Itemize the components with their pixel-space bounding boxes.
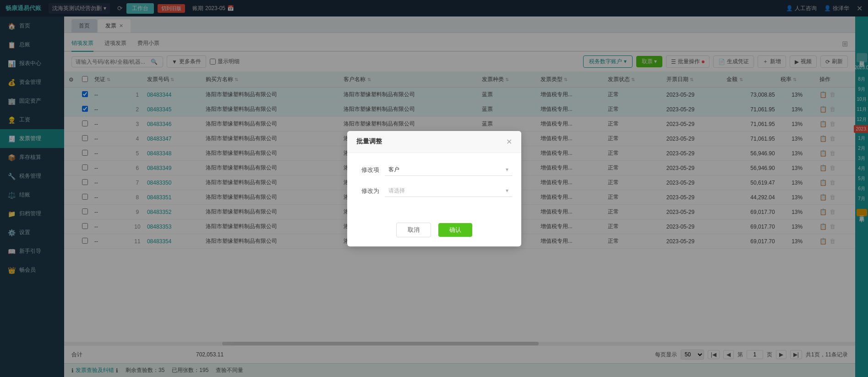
change-dropdown-arrow-icon: ▾ — [506, 187, 508, 194]
modal-footer: 取消 确认 — [347, 217, 521, 246]
cancel-button[interactable]: 取消 — [396, 223, 431, 237]
change-label: 修改为 — [356, 187, 379, 195]
change-select[interactable]: 请选择 ▾ — [385, 185, 512, 197]
modal-title: 批量调整 — [356, 137, 382, 146]
field-select[interactable]: 客户 ▾ — [385, 164, 512, 176]
change-row: 修改为 请选择 ▾ — [356, 185, 512, 197]
modal-header: 批量调整 ✕ — [347, 131, 521, 153]
modal-overlay[interactable]: 批量调整 ✕ 修改项 客户 ▾ 修改为 请选择 ▾ 取消 确认 — [0, 0, 868, 377]
dropdown-arrow-icon: ▾ — [506, 166, 508, 173]
modal-body: 修改项 客户 ▾ 修改为 请选择 ▾ — [347, 153, 521, 217]
confirm-button[interactable]: 确认 — [438, 223, 472, 237]
modal-close-button[interactable]: ✕ — [506, 137, 512, 146]
field-label: 修改项 — [356, 166, 379, 174]
field-row: 修改项 客户 ▾ — [356, 164, 512, 176]
field-value: 客户 — [388, 166, 506, 174]
batch-adjust-modal: 批量调整 ✕ 修改项 客户 ▾ 修改为 请选择 ▾ 取消 确认 — [347, 131, 521, 246]
change-placeholder: 请选择 — [388, 187, 506, 195]
